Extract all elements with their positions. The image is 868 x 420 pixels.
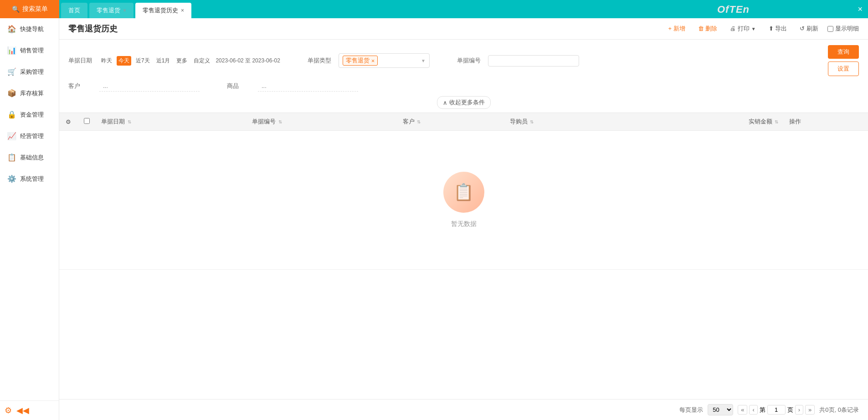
customer-filter-input[interactable] — [99, 81, 200, 92]
date-shortcut-more[interactable]: 更多 — [175, 56, 189, 66]
th-number-label: 单据编号 — [252, 118, 276, 125]
guide-sort-icon[interactable]: ⇅ — [530, 119, 534, 124]
page-first-btn[interactable]: « — [738, 405, 747, 415]
th-settings[interactable]: ⚙ — [59, 113, 77, 131]
type-select-arrow: ▼ — [421, 58, 426, 63]
search-icon: 🔍 — [12, 5, 20, 13]
search-menu-label: 搜索菜单 — [22, 5, 48, 13]
show-detail-toggle[interactable]: 显示明细 — [827, 25, 859, 33]
sidebar-item-quick-nav[interactable]: 🏠 快捷导航 — [0, 18, 59, 40]
sidebar-item-sales[interactable]: 📊 销售管理 — [0, 40, 59, 61]
tab-retail-return-history[interactable]: 零售退货历史 × — [135, 3, 191, 18]
collapse-icon: ∧ — [443, 99, 447, 106]
th-date-label: 单据日期 — [101, 118, 125, 125]
date-shortcut-1month[interactable]: 近1月 — [154, 56, 172, 66]
date-shortcut-today[interactable]: 今天 — [117, 56, 131, 66]
tab-retail-return-close[interactable]: × — [123, 7, 126, 14]
tab-home[interactable]: 首页 — [61, 3, 87, 18]
window-close-btn[interactable]: × — [858, 5, 863, 14]
sidebar-item-purchase-label: 采购管理 — [20, 68, 44, 76]
new-button-label: + 新增 — [668, 25, 685, 33]
tab-retail-return-history-close[interactable]: × — [181, 7, 184, 14]
purchase-icon: 🛒 — [7, 67, 16, 76]
collapse-label: 收起更多条件 — [449, 98, 485, 107]
page-title: 零售退货历史 — [68, 23, 118, 34]
brand-text: OfTEn — [717, 4, 750, 15]
system-icon: ⚙️ — [7, 174, 16, 183]
empty-cell: 暂无数据 — [59, 131, 868, 270]
date-shortcut-custom[interactable]: 自定义 — [192, 56, 212, 66]
amount-sort-icon[interactable]: ⇅ — [775, 119, 778, 124]
filter-row-1: 单据日期 昨天 今天 近7天 近1月 更多 自定义 2023-06-02 至 2… — [68, 45, 859, 76]
show-detail-checkbox[interactable] — [827, 26, 833, 32]
empty-text: 暂无数据 — [451, 220, 477, 228]
th-checkbox[interactable] — [77, 113, 96, 131]
table-footer: 每页显示 10 20 50 100 « ‹ 第 页 › » 共0页, 0条记录 — [59, 399, 868, 420]
sidebar-item-system-label: 系统管理 — [20, 175, 44, 183]
page-navigation: « ‹ 第 页 › » — [738, 405, 815, 415]
date-shortcut-yesterday[interactable]: 昨天 — [99, 56, 114, 66]
date-shortcut-7days[interactable]: 近7天 — [134, 56, 152, 66]
sidebar-item-system[interactable]: ⚙️ 系统管理 — [0, 168, 59, 190]
page-unit: 页 — [787, 406, 793, 414]
th-customer[interactable]: 客户 ⇅ — [397, 113, 504, 131]
th-guide[interactable]: 导购员 ⇅ — [504, 113, 633, 131]
customer-sort-icon[interactable]: ⇅ — [417, 119, 421, 124]
per-page-select[interactable]: 10 20 50 100 — [708, 404, 733, 415]
sidebar-bottom: ⚙ ◀◀ — [0, 400, 59, 420]
th-guide-label: 导购员 — [510, 118, 528, 125]
inventory-icon: 📦 — [7, 89, 16, 97]
sidebar-item-operations[interactable]: 📈 经营管理 — [0, 125, 59, 147]
page-prev-btn[interactable]: ‹ — [749, 405, 757, 415]
search-menu-btn[interactable]: 🔍 搜索菜单 — [0, 0, 59, 18]
select-all-checkbox[interactable] — [84, 118, 90, 124]
date-sort-icon[interactable]: ⇅ — [128, 119, 131, 124]
sidebar-item-quick-nav-label: 快捷导航 — [20, 25, 44, 33]
print-button[interactable]: 🖨 打印 ▼ — [726, 23, 760, 35]
page-last-btn[interactable]: » — [805, 405, 815, 415]
speaker-icon[interactable]: ◀◀ — [16, 405, 29, 415]
number-sort-icon[interactable]: ⇅ — [278, 119, 282, 124]
refresh-button[interactable]: ↺ 刷新 — [796, 23, 822, 35]
date-shortcuts: 昨天 今天 近7天 近1月 更多 自定义 — [99, 56, 212, 66]
page-input[interactable] — [767, 405, 786, 415]
page-label: 第 — [760, 406, 765, 414]
tab-home-label: 首页 — [68, 6, 80, 15]
page-next-btn[interactable]: › — [795, 405, 803, 415]
tab-retail-return[interactable]: 零售退货 × — [89, 3, 134, 18]
goods-filter-input[interactable] — [258, 81, 358, 92]
sidebar-item-inventory[interactable]: 📦 库存核算 — [0, 82, 59, 104]
type-tag[interactable]: 零售退货 × — [343, 56, 378, 66]
th-amount[interactable]: 实销金额 ⇅ — [633, 113, 784, 131]
sidebar-item-finance[interactable]: 🔒 资金管理 — [0, 104, 59, 125]
collapse-filter-btn[interactable]: ∧ 收起更多条件 — [437, 96, 491, 109]
refresh-button-label: ↺ 刷新 — [800, 25, 818, 33]
th-date[interactable]: 单据日期 ⇅ — [96, 113, 247, 131]
print-dropdown-icon[interactable]: ▼ — [751, 26, 756, 31]
sidebar-item-basic-info[interactable]: 📋 基础信息 — [0, 147, 59, 168]
query-button[interactable]: 查询 — [828, 45, 859, 59]
sidebar-item-sales-label: 销售管理 — [20, 46, 44, 55]
settings-gear-icon[interactable]: ⚙ — [5, 405, 12, 415]
column-settings-icon[interactable]: ⚙ — [66, 118, 71, 125]
customer-filter-group: 客户 — [68, 81, 200, 92]
delete-button[interactable]: 🗑 删除 — [694, 23, 721, 35]
number-filter-input[interactable] — [488, 55, 579, 67]
export-button[interactable]: ⬆ 导出 — [765, 23, 791, 35]
date-filter-label: 单据日期 — [68, 56, 96, 65]
main-layout: 🏠 快捷导航 📊 销售管理 🛒 采购管理 📦 库存核算 🔒 资金管理 📈 经营管… — [0, 18, 868, 420]
th-action-label: 操作 — [789, 118, 801, 125]
empty-row: 暂无数据 — [59, 131, 868, 270]
th-amount-label: 实销金额 — [749, 118, 772, 125]
th-number[interactable]: 单据编号 ⇅ — [247, 113, 397, 131]
th-action: 操作 — [784, 113, 868, 131]
data-table: ⚙ 单据日期 ⇅ 单据编号 ⇅ — [59, 113, 868, 270]
new-button[interactable]: + 新增 — [664, 23, 688, 35]
basic-info-icon: 📋 — [7, 153, 16, 162]
sidebar-item-purchase[interactable]: 🛒 采购管理 — [0, 61, 59, 82]
type-filter-select[interactable]: 零售退货 × ▼ — [339, 53, 430, 68]
show-detail-label: 显示明细 — [835, 25, 859, 33]
date-range-display[interactable]: 2023-06-02 至 2023-06-02 — [216, 57, 280, 65]
type-tag-remove[interactable]: × — [371, 57, 375, 64]
setting-button[interactable]: 设置 — [828, 61, 859, 76]
